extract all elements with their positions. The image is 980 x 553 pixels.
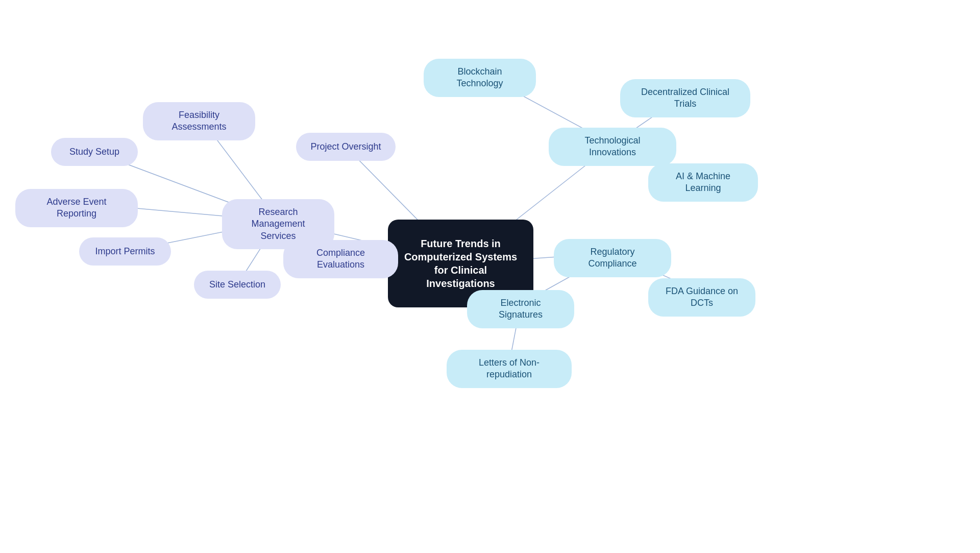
node-fda: FDA Guidance on DCTs [648, 278, 755, 317]
mindmap-container: Future Trends in Computerized Systems fo… [0, 0, 980, 553]
node-compliance-eval: Compliance Evaluations [283, 240, 398, 278]
node-ai-ml: AI & Machine Learning [648, 163, 758, 202]
node-site-selection: Site Selection [194, 271, 281, 299]
node-e-sig: Electronic Signatures [467, 290, 574, 328]
node-blockchain: Blockchain Technology [424, 59, 536, 97]
node-non-rep: Letters of Non-repudiation [447, 350, 572, 388]
node-project-oversight: Project Oversight [296, 133, 396, 161]
node-feasibility: Feasibility Assessments [143, 102, 255, 140]
node-study-setup: Study Setup [51, 138, 138, 166]
node-tech-innov: Technological Innovations [549, 128, 676, 166]
node-adverse: Adverse Event Reporting [15, 189, 138, 227]
node-dct: Decentralized Clinical Trials [620, 79, 750, 117]
node-import-permits: Import Permits [79, 237, 171, 266]
node-reg-compliance: Regulatory Compliance [554, 239, 671, 277]
